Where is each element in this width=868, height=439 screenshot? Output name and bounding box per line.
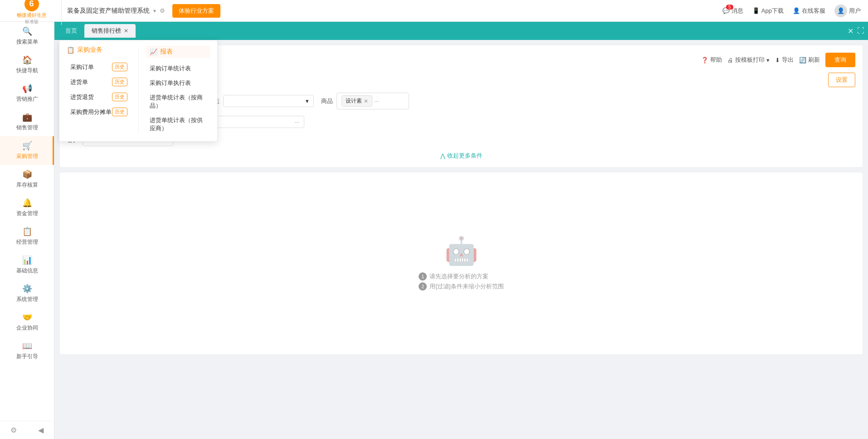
top-header: 6 畅捷通好生意 标准版 装备及固定资产辅助管理系统 ▾ ⚙ 体验行业方案 💬 … xyxy=(0,0,868,22)
purchase-business-col: 📋 采购业务 采购订单 历史 进货单 历史 进货退货 历史 采购费用分摊单 历史 xyxy=(59,46,138,136)
title-dropdown-icon[interactable]: ▾ xyxy=(153,8,156,14)
sales-icon: 💼 xyxy=(22,112,32,122)
sidebar-label-sales: 销售管理 xyxy=(16,124,38,132)
purchase-icon: 🛒 xyxy=(22,141,32,151)
print-label: 按模板打印 xyxy=(735,56,765,64)
sidebar-label-marketing: 营销推广 xyxy=(16,95,38,103)
sidebar-label-purchase: 采购管理 xyxy=(16,153,38,160)
sidebar-item-purchase[interactable]: 🛒 采购管理 xyxy=(0,136,54,165)
search-icon: 🔍 xyxy=(22,26,32,36)
sidebar-item-operations[interactable]: 📋 经营管理 xyxy=(0,222,54,251)
reports-col-icon: 📈 xyxy=(150,48,157,55)
report-3-label: 进货单统计表（按商品） xyxy=(150,94,207,110)
system-title-area: 装备及固定资产辅助管理系统 ▾ ⚙ 体验行业方案 xyxy=(67,4,722,18)
empty-tip-2: 用[过滤]条件来缩小分析范围 xyxy=(429,282,503,291)
dropdown-item-report-2[interactable]: 采购订单执行表 xyxy=(146,76,210,90)
refresh-label: 刷新 xyxy=(808,56,820,64)
finance-icon: 🔔 xyxy=(22,198,32,208)
empty-tip-num-1: 1 xyxy=(419,272,427,281)
sidebar-bottom: ⚙ ◀ xyxy=(0,421,54,439)
tab-bar: 首页 销售排行榜 ✕ ✕ ⛶ xyxy=(54,22,868,40)
export-label: 导出 xyxy=(782,56,794,64)
settings-bottom-icon[interactable]: ⚙ xyxy=(10,426,17,434)
message-icon-wrapper: 💬 5 xyxy=(722,7,730,14)
export-icon: ⬇ xyxy=(775,57,780,64)
empty-state: 🤖 1 请先选择要分析的方案 2 用[过滤]条件来缩小分析范围 xyxy=(60,173,863,354)
marketing-icon: 📢 xyxy=(22,84,32,94)
help-button[interactable]: ❓ 帮助 xyxy=(701,56,722,64)
print-button[interactable]: 🖨 按模板打印 ▾ xyxy=(727,56,770,64)
sidebar-item-guide[interactable]: 📖 新手引导 xyxy=(0,336,54,365)
collapse-label: 收起更多条件 xyxy=(447,152,483,160)
collapse-row[interactable]: ⋀ 收起更多条件 xyxy=(67,152,855,160)
purchase-col-icon: 📋 xyxy=(67,46,74,54)
sidebar-label-search: 搜索菜单 xyxy=(16,38,38,46)
sidebar-label-base: 基础信息 xyxy=(16,267,38,275)
report-4-label: 进货单统计表（按供应商） xyxy=(150,116,207,133)
tab-close-all-icon[interactable]: ✕ xyxy=(848,27,853,35)
system-title-text: 装备及固定资产辅助管理系统 xyxy=(67,7,150,15)
empty-tips: 1 请先选择要分析的方案 2 用[过滤]条件来缩小分析范围 xyxy=(419,271,503,292)
dropdown-item-report-3[interactable]: 进货单统计表（按商品） xyxy=(146,90,210,113)
settings-icon[interactable]: ⚙ xyxy=(160,7,165,14)
print-dropdown-icon[interactable]: ▾ xyxy=(766,57,770,64)
collapse-sidebar-icon[interactable]: ◀ xyxy=(38,426,44,434)
goods-tag-close[interactable]: ✕ xyxy=(364,98,368,104)
messages-button[interactable]: 💬 5 消息 xyxy=(722,7,743,15)
tab-sales-rank[interactable]: 销售排行榜 ✕ xyxy=(84,24,136,38)
message-badge: 5 xyxy=(726,5,733,10)
query-button[interactable]: 查询 xyxy=(825,53,855,67)
enterprise-icon: 🤝 xyxy=(22,312,32,322)
sidebar-item-enterprise[interactable]: 🤝 企业协同 xyxy=(0,308,54,336)
salesman-select[interactable]: ··· xyxy=(214,116,304,128)
user-label: 用户 xyxy=(849,7,861,15)
dropdown-columns: 📋 采购业务 采购订单 历史 进货单 历史 进货退货 历史 采购费用分摊单 历史 xyxy=(59,46,217,136)
online-service-button[interactable]: 👤 在线客服 xyxy=(793,7,825,15)
refresh-icon: 🔄 xyxy=(799,57,806,64)
dropdown-item-inbound-return[interactable]: 进货退货 历史 xyxy=(67,89,131,104)
goods-tag: 设计素 ✕ xyxy=(341,95,372,107)
dropdown-item-report-1[interactable]: 采购订单统计表 xyxy=(146,61,210,76)
user-menu-button[interactable]: 👤 用户 xyxy=(834,5,861,17)
phone-icon: 📱 xyxy=(752,7,760,14)
dropdown-item-purchase-expense[interactable]: 采购费用分摊单 历史 xyxy=(67,104,131,119)
goods-select[interactable]: 设计素 ✕ ··· xyxy=(336,93,409,109)
salesman-ellipsis: ··· xyxy=(294,118,299,125)
dropdown-item-purchase-order[interactable]: 采购订单 历史 xyxy=(67,59,131,74)
home-icon: 🏠 xyxy=(22,55,32,65)
doc-status-select[interactable]: ▾ xyxy=(223,95,314,107)
sidebar-item-base[interactable]: 📊 基础信息 xyxy=(0,251,54,279)
sidebar-item-quick[interactable]: 🏠 快捷导航 xyxy=(0,50,54,79)
sidebar-item-finance[interactable]: 🔔 资金管理 xyxy=(0,193,54,222)
operations-icon: 📋 xyxy=(22,227,32,237)
inventory-icon: 📦 xyxy=(22,169,32,179)
tab-home[interactable]: 首页 xyxy=(58,24,84,38)
sidebar-item-marketing[interactable]: 📢 营销推广 xyxy=(0,79,54,108)
goods-ellipsis: ··· xyxy=(374,98,379,104)
dropdown-item-report-4[interactable]: 进货单统计表（按供应商） xyxy=(146,113,210,136)
empty-robot-icon: 🤖 xyxy=(444,235,478,267)
purchase-expense-label: 采购费用分摊单 xyxy=(70,108,112,116)
sidebar-item-inventory[interactable]: 📦 库存核算 xyxy=(0,165,54,193)
logo-sub: 标准版 xyxy=(25,19,39,25)
sidebar-item-sales[interactable]: 💼 销售管理 xyxy=(0,108,54,136)
sidebar-label-enterprise: 企业协同 xyxy=(16,324,38,332)
reports-col: 📈 报表 采购订单统计表 采购订单执行表 进货单统计表（按商品） 进货单统计表（… xyxy=(139,46,218,136)
system-icon: ⚙️ xyxy=(22,284,32,294)
trial-button[interactable]: 体验行业方案 xyxy=(172,4,220,18)
dropdown-item-inbound[interactable]: 进货单 历史 xyxy=(67,74,131,89)
goods-filter: 商品 设计素 ✕ ··· xyxy=(321,93,409,109)
export-button[interactable]: ⬇ 导出 xyxy=(775,56,794,64)
inbound-return-label: 进货退货 xyxy=(70,93,94,101)
reports-col-title: 📈 报表 xyxy=(146,46,210,58)
online-service-label: 在线客服 xyxy=(802,7,825,15)
sidebar-item-system[interactable]: ⚙️ 系统管理 xyxy=(0,279,54,308)
refresh-button[interactable]: 🔄 刷新 xyxy=(799,56,820,64)
sidebar-item-search[interactable]: 🔍 搜索菜单 xyxy=(0,22,54,50)
setting-button[interactable]: 设置 xyxy=(828,73,855,87)
tab-expand-icon[interactable]: ⛶ xyxy=(857,27,864,35)
collapse-icon: ⋀ xyxy=(440,153,445,159)
app-download-button[interactable]: 📱 App下载 xyxy=(752,7,784,15)
tab-close-icon[interactable]: ✕ xyxy=(124,28,128,34)
report-2-label: 采购订单执行表 xyxy=(150,79,191,87)
